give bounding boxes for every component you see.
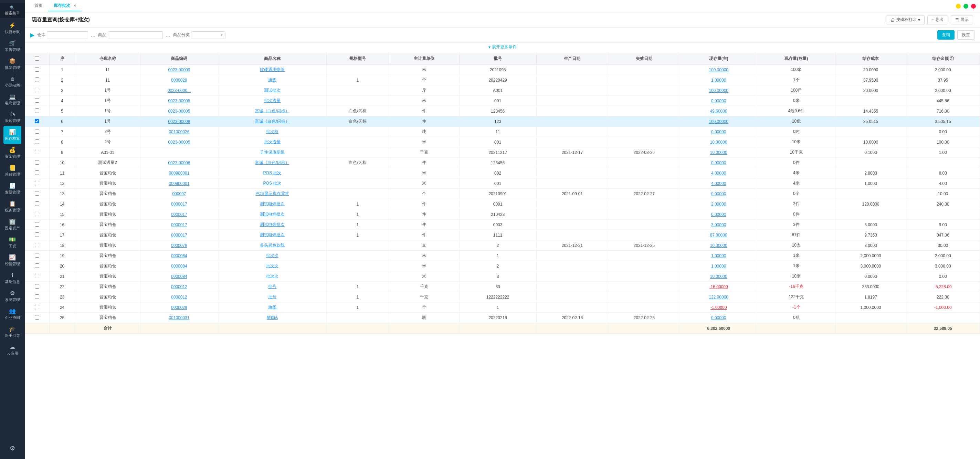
cell-r5-c0[interactable] — [25, 116, 49, 127]
sidebar-item-1[interactable]: 🛒零售管理 — [3, 37, 21, 55]
row-checkbox[interactable] — [35, 181, 39, 185]
link-value[interactable]: 001000026 — [169, 129, 189, 134]
cell-r24-c0[interactable] — [25, 312, 49, 324]
link-value[interactable]: 0023-00005 — [168, 109, 190, 114]
row-checkbox[interactable] — [35, 295, 39, 299]
cell-r20-c4[interactable]: 批次次 — [218, 271, 326, 282]
link-value[interactable]: 0000029 — [171, 78, 187, 83]
link-value[interactable]: 000900001 — [169, 171, 189, 175]
cell-r15-c4[interactable]: 测试电焊批次 — [218, 220, 326, 230]
row-checkbox[interactable] — [35, 222, 39, 226]
cell-r1-c0[interactable] — [25, 75, 49, 85]
cell-r8-c4[interactable]: 子件保质期组 — [218, 147, 326, 158]
cell-r24-c3[interactable]: 001000031 — [140, 312, 218, 324]
row-checkbox[interactable] — [35, 160, 39, 164]
cell-r8-c0[interactable] — [25, 147, 49, 158]
cell-r23-c0[interactable] — [25, 302, 49, 312]
select-all-checkbox[interactable] — [35, 56, 39, 61]
link-value[interactable]: 1.00000 — [711, 253, 726, 258]
sidebar-item-13[interactable]: 📈经营管理 — [3, 251, 21, 269]
cell-r0-c0[interactable] — [25, 65, 49, 75]
link-value[interactable]: POS显示库存异常 — [255, 191, 289, 196]
link-value[interactable]: 批号 — [268, 284, 277, 289]
settings-button[interactable]: 设置 — [957, 30, 975, 40]
cell-r9-c3[interactable]: 0023-00008 — [140, 158, 218, 168]
link-value[interactable]: 旗舰 — [268, 78, 277, 82]
cell-r11-c0[interactable] — [25, 178, 49, 189]
cell-r14-c4[interactable]: 测试电焊批次 — [218, 209, 326, 220]
cell-r13-c10[interactable]: 2.00000 — [680, 199, 757, 209]
link-value[interactable]: 0000012 — [171, 295, 187, 300]
link-value[interactable]: 0.00000 — [711, 191, 726, 196]
link-value[interactable]: 0000012 — [171, 284, 187, 289]
product-input[interactable] — [108, 31, 163, 39]
link-value[interactable]: 批次框 — [266, 129, 278, 134]
cell-r22-c4[interactable]: 批号 — [218, 292, 326, 302]
link-value[interactable]: 0023-0000... — [168, 88, 191, 93]
link-value[interactable]: 10.00000 — [710, 140, 727, 145]
cell-r1-c10[interactable]: 1.00000 — [680, 75, 757, 85]
link-value[interactable]: 122.00000 — [709, 295, 729, 300]
sidebar-item-10[interactable]: 📋税务管理 — [3, 198, 21, 215]
link-value[interactable]: 100.00000 — [709, 88, 729, 93]
sidebar-search[interactable]: 🔍 搜索菜单 — [0, 3, 25, 18]
link-value[interactable]: 子件保质期组 — [260, 150, 285, 155]
cell-r2-c0[interactable] — [25, 85, 49, 96]
link-value[interactable]: 10.00000 — [710, 274, 727, 279]
row-checkbox[interactable] — [35, 253, 39, 258]
sidebar-item-5[interactable]: 🛍采购管理 — [3, 108, 21, 126]
cell-r18-c10[interactable]: 1.00000 — [680, 251, 757, 261]
cell-r1-c4[interactable]: 旗舰 — [218, 75, 326, 85]
row-checkbox[interactable] — [35, 274, 39, 278]
cell-r24-c10[interactable]: 0.00000 — [680, 312, 757, 324]
link-value[interactable]: 000900001 — [169, 181, 189, 186]
row-checkbox[interactable] — [35, 263, 39, 268]
link-value[interactable]: 0.00000 — [711, 161, 726, 165]
cell-r9-c10[interactable]: 0.00000 — [680, 158, 757, 168]
link-value[interactable]: 1.00000 — [711, 78, 726, 83]
tab-home[interactable]: 首页 — [29, 1, 48, 11]
cell-r21-c10[interactable]: -16.00000 — [680, 282, 757, 292]
row-checkbox[interactable] — [35, 139, 39, 144]
cell-r23-c4[interactable]: 旗舰 — [218, 302, 326, 312]
link-value[interactable]: 000097 — [172, 191, 186, 196]
link-value[interactable]: 001000031 — [169, 316, 189, 320]
window-close-button[interactable] — [971, 4, 976, 9]
link-value[interactable]: 10.00000 — [710, 243, 727, 248]
expand-arrow-icon[interactable]: ▶ — [30, 32, 34, 38]
cell-r3-c0[interactable] — [25, 96, 49, 106]
cell-r4-c3[interactable]: 0023-00005 — [140, 106, 218, 116]
row-checkbox[interactable] — [35, 233, 39, 237]
link-value[interactable]: 测试电焊批次 — [260, 201, 285, 206]
cell-r3-c4[interactable]: 批次透量 — [218, 96, 326, 106]
row-checkbox[interactable] — [35, 243, 39, 247]
sidebar-item-7[interactable]: 💰资金管理 — [3, 144, 21, 162]
link-value[interactable]: 0.00000 — [711, 129, 726, 134]
link-value[interactable]: 0000078 — [171, 243, 187, 248]
row-checkbox[interactable] — [35, 315, 39, 320]
window-maximize-button[interactable] — [964, 4, 968, 9]
link-value[interactable]: 多头異色软线 — [260, 243, 285, 247]
cell-r17-c0[interactable] — [25, 240, 49, 251]
cell-r13-c4[interactable]: 测试电焊批次 — [218, 199, 326, 209]
sidebar-item-16[interactable]: 👥企业协同 — [3, 305, 21, 323]
cell-r17-c4[interactable]: 多头異色软线 — [218, 240, 326, 251]
link-value[interactable]: 0023-00008 — [168, 161, 190, 165]
cell-r19-c3[interactable]: 0000084 — [140, 261, 218, 271]
cell-r12-c4[interactable]: POS显示库存异常 — [218, 189, 326, 199]
cell-r2-c4[interactable]: 测试批次 — [218, 85, 326, 96]
link-value[interactable]: 49.60000 — [710, 109, 727, 114]
cell-r20-c0[interactable] — [25, 271, 49, 282]
link-value[interactable]: 0000017 — [171, 222, 187, 227]
cell-r7-c10[interactable]: 10.00000 — [680, 137, 757, 147]
sidebar-item-17[interactable]: 🎓新手引导 — [3, 323, 21, 341]
cell-r10-c0[interactable] — [25, 168, 49, 178]
cell-r0-c3[interactable]: 0023-00009 — [140, 65, 218, 75]
link-value[interactable]: 测试电焊批次 — [260, 212, 285, 217]
row-checkbox[interactable] — [35, 98, 39, 103]
cell-r14-c0[interactable] — [25, 209, 49, 220]
cell-r10-c10[interactable]: 4.00000 — [680, 168, 757, 178]
row-checkbox[interactable] — [35, 305, 39, 309]
cell-r12-c0[interactable] — [25, 189, 49, 199]
link-value[interactable]: 批次透量 — [264, 98, 280, 103]
